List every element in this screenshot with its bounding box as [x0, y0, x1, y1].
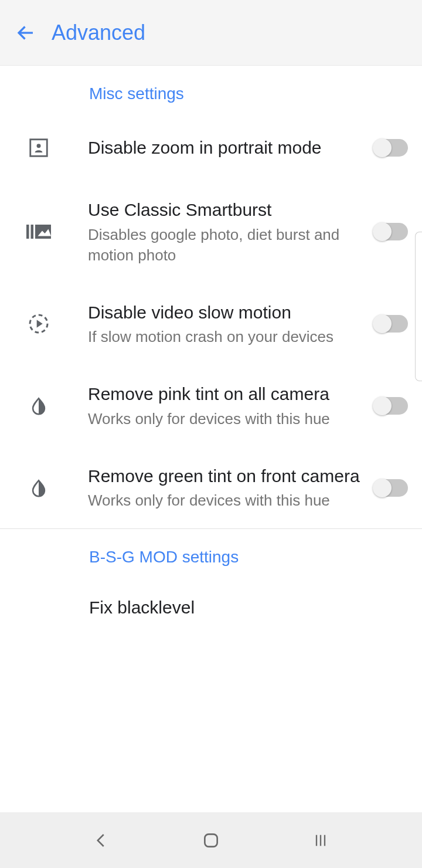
portrait-icon	[23, 133, 54, 163]
toggle-switch[interactable]	[374, 315, 408, 333]
setting-row-remove-green-tint[interactable]: Remove green tint on front camera Works …	[0, 447, 422, 529]
setting-text: Remove green tint on front camera Works …	[88, 464, 374, 511]
setting-title: Fix blacklevel	[89, 596, 408, 613]
section-header-bsg: B-S-G MOD settings	[0, 529, 422, 578]
back-arrow-icon[interactable]	[12, 19, 40, 47]
setting-row-disable-slow-motion[interactable]: Disable video slow motion If slow motion…	[0, 283, 422, 365]
setting-title: Remove pink tint on all camera	[88, 382, 362, 406]
setting-title: Use Classic Smartburst	[88, 198, 362, 222]
app-header: Advanced	[0, 0, 422, 66]
setting-text: Remove pink tint on all camera Works onl…	[88, 382, 374, 429]
setting-text: Disable zoom in portrait mode	[88, 136, 374, 160]
scroll-indicator[interactable]	[415, 232, 422, 381]
toggle-switch[interactable]	[374, 223, 408, 240]
tint-icon	[23, 391, 54, 421]
section-header-misc: Misc settings	[0, 66, 422, 115]
setting-title: Disable zoom in portrait mode	[88, 136, 362, 160]
toggle-switch[interactable]	[374, 479, 408, 497]
nav-recents-icon[interactable]	[303, 823, 338, 858]
tint-icon	[23, 473, 54, 503]
svg-point-2	[37, 144, 41, 148]
toggle-switch[interactable]	[374, 397, 408, 415]
nav-home-icon[interactable]	[193, 823, 229, 858]
setting-text: Disable video slow motion If slow motion…	[88, 301, 374, 348]
setting-subtitle: Works only for devices with this hue	[88, 409, 362, 429]
setting-subtitle: Disables google photo, diet burst and mo…	[88, 225, 362, 266]
svg-marker-8	[37, 320, 43, 328]
toggle-switch[interactable]	[374, 139, 408, 157]
slow-motion-icon	[23, 308, 54, 339]
settings-content: Misc settings Disable zoom in portrait m…	[0, 66, 422, 812]
nav-back-icon[interactable]	[84, 823, 119, 858]
setting-row-fix-blacklevel[interactable]: Fix blacklevel	[0, 578, 422, 613]
page-title: Advanced	[52, 21, 145, 45]
setting-row-disable-zoom-portrait[interactable]: Disable zoom in portrait mode	[0, 115, 422, 181]
setting-title: Disable video slow motion	[88, 301, 362, 325]
burst-icon	[23, 216, 54, 247]
setting-subtitle: Works only for devices with this hue	[88, 490, 362, 511]
svg-rect-4	[31, 225, 34, 239]
setting-row-remove-pink-tint[interactable]: Remove pink tint on all camera Works onl…	[0, 365, 422, 447]
setting-subtitle: If slow motion crash on your devices	[88, 327, 362, 347]
system-nav-bar	[0, 812, 422, 868]
svg-rect-3	[26, 225, 29, 239]
svg-rect-9	[205, 834, 217, 846]
setting-title: Remove green tint on front camera	[88, 464, 362, 489]
setting-text: Use Classic Smartburst Disables google p…	[88, 198, 374, 266]
setting-row-classic-smartburst[interactable]: Use Classic Smartburst Disables google p…	[0, 181, 422, 283]
